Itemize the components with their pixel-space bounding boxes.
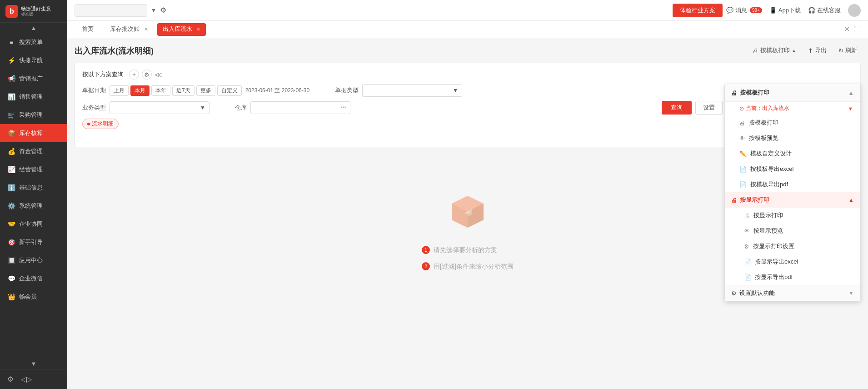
item-label: 按模板导出excel bbox=[750, 165, 793, 173]
subitem-label: 按显示导出pdf bbox=[755, 273, 793, 281]
print-template-btn[interactable]: 🖨 按模板打印 ▲ bbox=[749, 45, 800, 56]
date-btn-last-month[interactable]: 上月 bbox=[110, 85, 129, 96]
tab-batch-account[interactable]: 库存批次账 ✕ bbox=[103, 21, 155, 38]
empty-step-2: 2 用[过滤]条件来缩小分析范围 bbox=[422, 260, 514, 273]
subitem-label: 按显示导出excel bbox=[755, 258, 798, 266]
wechat-icon: 💬 bbox=[7, 274, 15, 283]
page-content: 出入库流水(流水明细) 🖨 按模板打印 ▲ ⬆ 导出 ↻ 刷新 按以下方案查询 bbox=[67, 38, 868, 389]
dropdown-item-print-template[interactable]: 🖨 按模板打印 bbox=[725, 115, 860, 130]
settings-footer-icon[interactable]: ⚙ bbox=[7, 375, 14, 384]
current-template-chevron[interactable]: ▼ bbox=[848, 106, 853, 111]
sidebar-item-inventory[interactable]: 📦 库存核算 bbox=[0, 124, 67, 142]
query-button[interactable]: 查询 bbox=[662, 101, 692, 115]
settings-button[interactable]: 设置 bbox=[695, 101, 723, 115]
sidebar-item-finance[interactable]: 💰 资金管理 bbox=[0, 142, 67, 160]
sidebar-item-label: 新手引导 bbox=[19, 238, 43, 246]
message-badge: 99+ bbox=[750, 7, 762, 13]
date-btn-more[interactable]: 更多 bbox=[196, 85, 215, 96]
dropdown-item-pdf-template[interactable]: 📄 按模板导出pdf bbox=[725, 177, 860, 192]
preview-template-item-icon: 👁 bbox=[739, 135, 745, 142]
sidebar-item-search[interactable]: ≡ 搜索菜单 bbox=[0, 33, 67, 51]
sidebar-item-label: 基础信息 bbox=[19, 184, 43, 192]
sidebar-item-purchase[interactable]: 🛒 采购管理 bbox=[0, 106, 67, 124]
sidebar-item-enterprise[interactable]: 🤝 企业协同 bbox=[0, 215, 67, 233]
dropdown-collapse-btn[interactable]: ▲ bbox=[848, 90, 854, 96]
dropdown-subitem-display-print[interactable]: 🖨 按显示打印 bbox=[725, 208, 860, 223]
tab-close-all-icon[interactable]: ✕ bbox=[844, 25, 850, 34]
settings-default-icon: ⚙ bbox=[731, 290, 737, 297]
footer-label: 设置默认功能 bbox=[739, 289, 775, 297]
warehouse-filter-field: 仓库 ••• bbox=[235, 101, 350, 114]
tab-home[interactable]: 首页 bbox=[75, 21, 101, 38]
filter-collapse-icon[interactable]: ≪ bbox=[155, 70, 162, 79]
footer-chevron: ▼ bbox=[848, 290, 854, 296]
export-btn[interactable]: ⬆ 导出 bbox=[804, 45, 830, 56]
tab-close-batch[interactable]: ✕ bbox=[144, 26, 148, 32]
message-btn[interactable]: 💬 消息 99+ bbox=[726, 6, 762, 15]
sidebar-item-wechat[interactable]: 💬 企业微信 bbox=[0, 269, 67, 288]
online-service-btn[interactable]: 🎧 在线客服 bbox=[808, 6, 841, 15]
member-icon: 👑 bbox=[7, 293, 15, 301]
dropdown-subitem-display-pdf[interactable]: 📄 按显示导出pdf bbox=[725, 269, 860, 285]
date-btn-7days[interactable]: 近7天 bbox=[172, 85, 195, 96]
filter-actions: + ⚙ ≪ bbox=[129, 70, 162, 80]
user-avatar[interactable] bbox=[848, 4, 861, 17]
sidebar-item-label: 应用中心 bbox=[19, 256, 43, 264]
sidebar-item-system[interactable]: ⚙️ 系统管理 bbox=[0, 197, 67, 215]
sidebar-item-marketing[interactable]: 📢 营销推广 bbox=[0, 70, 67, 88]
sales-icon: 📊 bbox=[7, 93, 15, 101]
biztype-field-label: 业务类型 bbox=[82, 104, 106, 112]
date-btn-custom[interactable]: 自定义 bbox=[217, 85, 242, 96]
print-chevron-up: ▲ bbox=[792, 48, 796, 53]
dropdown-item-preview-template[interactable]: 👁 按模板预览 bbox=[725, 130, 860, 146]
sidebar-item-basics[interactable]: ℹ️ 基础信息 bbox=[0, 179, 67, 197]
sidebar-scroll-up[interactable]: ▲ bbox=[0, 23, 67, 33]
sidebar-footer: ⚙ ◁▷ bbox=[0, 369, 67, 389]
date-btn-this-year[interactable]: 本年 bbox=[151, 85, 170, 96]
dropdown-item-design-template[interactable]: ✏️ 模板自定义设计 bbox=[725, 146, 860, 161]
sidebar-item-appcenter[interactable]: 🔲 应用中心 bbox=[0, 251, 67, 269]
sidebar-scroll-down[interactable]: ▼ bbox=[0, 359, 67, 369]
active-filter-tag[interactable]: 流水明细 bbox=[82, 119, 119, 129]
display-print-section-header[interactable]: 🖨 按显示打印 ▲ bbox=[725, 192, 860, 208]
message-icon: 💬 bbox=[726, 7, 733, 14]
filter-label: 按以下方案查询 bbox=[82, 70, 124, 79]
print-icon: 🖨 bbox=[753, 47, 758, 54]
collapse-footer-icon[interactable]: ◁▷ bbox=[21, 375, 32, 384]
header-search-input[interactable] bbox=[75, 4, 147, 17]
dropdown-subitem-display-excel[interactable]: 📄 按显示导出excel bbox=[725, 254, 860, 269]
sidebar-item-guide[interactable]: 🎯 新手引导 bbox=[0, 233, 67, 251]
warehouse-more-icon: ••• bbox=[340, 105, 346, 111]
display-settings-icon: ⚙ bbox=[744, 243, 749, 250]
tab-maximize-icon[interactable]: ⛶ bbox=[853, 25, 861, 34]
trial-btn[interactable]: 体验行业方案 bbox=[673, 4, 723, 17]
type-select-chevron: ▼ bbox=[453, 87, 458, 94]
sidebar-item-sales[interactable]: 📊 销售管理 bbox=[0, 88, 67, 106]
header-gear-icon[interactable]: ⚙ bbox=[160, 6, 166, 15]
tabs-bar: 首页 库存批次账 ✕ 出入库流水 ✕ ✕ ⛶ bbox=[67, 21, 868, 38]
sidebar-item-operations[interactable]: 📈 经营管理 bbox=[0, 160, 67, 179]
biztype-select[interactable]: ▼ bbox=[110, 101, 210, 114]
tab-stock-flow[interactable]: 出入库流水 ✕ bbox=[157, 23, 206, 36]
filter-add-button[interactable]: + bbox=[129, 70, 139, 80]
finance-icon: 💰 bbox=[7, 147, 15, 155]
type-select[interactable]: ▼ bbox=[362, 84, 462, 97]
tab-close-flow[interactable]: ✕ bbox=[196, 26, 200, 32]
page-actions: 🖨 按模板打印 ▲ ⬆ 导出 ↻ 刷新 bbox=[749, 45, 861, 56]
refresh-btn[interactable]: ↻ 刷新 bbox=[835, 45, 861, 56]
dropdown-subitem-display-settings[interactable]: ⚙ 按显示打印设置 bbox=[725, 239, 860, 254]
header-dropdown-chevron[interactable]: ▼ bbox=[151, 7, 156, 14]
app-download-btn[interactable]: 📱 App下载 bbox=[769, 6, 801, 15]
design-template-item-icon: ✏️ bbox=[739, 150, 747, 157]
message-label: 消息 bbox=[735, 6, 747, 15]
date-btn-this-month[interactable]: 本月 bbox=[130, 85, 150, 96]
filter-setting-button[interactable]: ⚙ bbox=[142, 70, 152, 80]
warehouse-select[interactable]: ••• bbox=[250, 101, 350, 114]
display-print-icon: 🖨 bbox=[744, 212, 750, 219]
sidebar-item-quicknav[interactable]: ⚡ 快捷导航 bbox=[0, 51, 67, 70]
dropdown-footer[interactable]: ⚙ 设置默认功能 ▼ bbox=[725, 285, 860, 301]
app-logo-icon: b bbox=[5, 5, 18, 18]
dropdown-subitem-display-preview[interactable]: 👁 按显示预览 bbox=[725, 223, 860, 239]
sidebar-item-member[interactable]: 👑 畅会员 bbox=[0, 288, 67, 306]
dropdown-item-excel-template[interactable]: 📄 按模板导出excel bbox=[725, 161, 860, 177]
